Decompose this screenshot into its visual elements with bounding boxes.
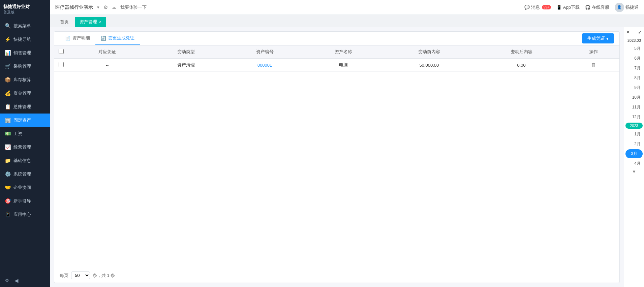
col-asset-no: 资产编号 — [225, 45, 304, 59]
cal-month-5[interactable]: 5月 — [624, 44, 644, 54]
col-after: 变动后内容 — [475, 45, 568, 59]
cal-month-9[interactable]: 9月 — [624, 83, 644, 93]
app-center-icon: 📱 — [5, 212, 11, 218]
asset-detail-icon: 📄 — [65, 36, 70, 41]
sidebar-item-ledger[interactable]: 📋 总账管理 — [0, 100, 50, 114]
calendar-current-year[interactable]: 2023 — [625, 123, 643, 129]
collapse-icon[interactable]: ◀ — [14, 278, 19, 284]
online-service-label: 在线客服 — [592, 4, 609, 10]
cal-month-6[interactable]: 6月 — [624, 54, 644, 63]
app-download-action[interactable]: 📱 App下载 — [556, 4, 580, 10]
online-service-action[interactable]: 🎧 在线客服 — [585, 4, 609, 10]
sidebar-item-fixed-assets[interactable]: 🏢 固定资产 — [0, 114, 50, 127]
generate-dropdown-icon: ▾ — [606, 36, 609, 41]
row-checkbox-cell — [54, 59, 68, 72]
sidebar-label-system: 系统管理 — [13, 171, 31, 177]
sidebar-item-collab[interactable]: 🤝 企业协同 — [0, 181, 50, 194]
change-voucher-icon: 🔄 — [101, 36, 106, 41]
app-download-label: App下载 — [563, 4, 580, 10]
tab-close-icon[interactable]: × — [99, 20, 101, 24]
row-change-type: 资产清理 — [147, 59, 225, 72]
sidebar-item-funds[interactable]: 💰 资金管理 — [0, 87, 50, 100]
sidebar-label-app-center: 应用中心 — [13, 212, 31, 218]
calendar-panel: ✕ ⤢ 2023.03 5月 6月 7月 8月 9月 10月 11月 12月 2… — [624, 27, 644, 287]
calendar-scroll[interactable]: 2023.03 5月 6月 7月 8月 9月 10月 11月 12月 2023 … — [624, 37, 644, 287]
app-download-icon: 📱 — [556, 5, 562, 10]
month-10-label: 10月 — [632, 95, 641, 100]
settings-icon[interactable]: ⚙ — [5, 278, 9, 284]
logo-text: 畅捷通好业财 — [3, 4, 47, 10]
main-content: 医疗器械行业演示 ▾ ⚙ ☁ 我要体验一下 💬 消息 99+ 📱 App下载 🎧… — [50, 0, 644, 287]
col-voucher: 对应凭证 — [68, 45, 147, 59]
sub-tab-change-voucher[interactable]: 🔄 变更生成凭证 — [95, 32, 140, 45]
experience-icon: ☁ — [112, 5, 116, 10]
cal-month-11[interactable]: 11月 — [624, 102, 644, 112]
logo-sub: 普及版 — [3, 10, 47, 15]
cal-month-7[interactable]: 7月 — [624, 63, 644, 73]
sidebar-item-basic-info[interactable]: 📁 基础信息 — [0, 154, 50, 167]
sales-icon: 📊 — [5, 50, 11, 56]
calendar-nav-down[interactable]: ▼ — [624, 168, 644, 175]
col-before: 变动前内容 — [383, 45, 475, 59]
sidebar-item-system[interactable]: ⚙️ 系统管理 — [0, 167, 50, 181]
guide-icon: 🎯 — [5, 198, 11, 204]
row-checkbox[interactable] — [59, 62, 64, 67]
col-op: 操作 — [568, 45, 619, 59]
sidebar-item-quick-nav[interactable]: ⚡ 快捷导航 — [0, 33, 50, 46]
messages-action[interactable]: 💬 消息 99+ — [524, 4, 551, 10]
month-9-label: 9月 — [634, 85, 641, 91]
messages-badge: 99+ — [542, 5, 551, 9]
experience-text[interactable]: 我要体验一下 — [120, 4, 147, 10]
settings-gear-icon[interactable]: ⚙ — [103, 4, 108, 10]
sidebar-label-fixed-assets: 固定资产 — [13, 117, 31, 123]
cal-month-10[interactable]: 10月 — [624, 93, 644, 102]
flash-icon: ⚡ — [5, 36, 11, 42]
cal-month-1[interactable]: 1月 — [624, 129, 644, 139]
sidebar-item-app-center[interactable]: 📱 应用中心 — [0, 208, 50, 221]
sidebar-label-quick-nav: 快捷导航 — [13, 36, 31, 42]
generate-label: 生成凭证 — [587, 35, 605, 41]
sidebar-label-payroll: 工资 — [13, 131, 22, 137]
row-op: 🗑 — [568, 59, 619, 72]
sidebar-item-inventory[interactable]: 📦 库存核算 — [0, 73, 50, 87]
month-11-label: 11月 — [632, 104, 641, 110]
sub-tab-asset-detail[interactable]: 📄 资产明细 — [60, 32, 95, 45]
cal-month-12[interactable]: 12月 — [624, 112, 644, 122]
topbar-actions: 💬 消息 99+ 📱 App下载 🎧 在线客服 👤 畅捷通 — [524, 3, 639, 12]
sidebar-label-ledger: 总账管理 — [13, 104, 31, 110]
sidebar-label-operations: 经营管理 — [13, 144, 31, 150]
tab-asset-management[interactable]: 资产管理 × — [75, 17, 106, 27]
user-profile-action[interactable]: 👤 畅捷通 — [615, 3, 639, 12]
generate-voucher-button[interactable]: 生成凭证 ▾ — [582, 33, 614, 43]
system-icon: ⚙️ — [5, 171, 11, 177]
sidebar-item-payroll[interactable]: 💵 工资 — [0, 127, 50, 140]
sidebar-item-search[interactable]: 🔍 搜索菜单 — [0, 19, 50, 33]
cal-month-2[interactable]: 2月 — [624, 139, 644, 149]
delete-icon[interactable]: 🗑 — [591, 62, 596, 68]
cal-month-3-current[interactable]: 3月 — [625, 149, 643, 158]
sidebar-label-purchase: 采购管理 — [13, 63, 31, 69]
dropdown-icon[interactable]: ▾ — [97, 5, 99, 10]
select-all-checkbox[interactable] — [59, 49, 64, 54]
col-asset-name: 资产名称 — [304, 45, 383, 59]
sidebar-label-collab: 企业协同 — [13, 185, 31, 191]
row-after: 0.00 — [475, 59, 568, 72]
tabs-nav: 首页 资产管理 × — [50, 15, 644, 27]
month-2-label: 2月 — [634, 141, 641, 147]
sidebar-label-guide: 新手引导 — [13, 198, 31, 204]
tab-home[interactable]: 首页 — [55, 17, 73, 27]
close-calendar-icon[interactable]: ✕ — [626, 29, 630, 35]
sidebar-item-operations[interactable]: 📈 经营管理 — [0, 140, 50, 154]
per-page-select[interactable]: 10 20 50 100 — [71, 272, 90, 279]
sidebar-item-purchase[interactable]: 🛒 采购管理 — [0, 60, 50, 73]
sidebar-item-guide[interactable]: 🎯 新手引导 — [0, 194, 50, 208]
cal-month-8[interactable]: 8月 — [624, 73, 644, 83]
change-voucher-label: 变更生成凭证 — [108, 35, 134, 41]
table-footer: 每页 10 20 50 100 条，共 1 条 — [54, 268, 619, 283]
cal-month-4[interactable]: 4月 — [624, 159, 644, 168]
sidebar-logo: 畅捷通好业财 普及版 — [0, 0, 50, 19]
expand-calendar-icon[interactable]: ⤢ — [638, 29, 642, 35]
row-voucher: -- — [68, 59, 147, 72]
sidebar-item-sales[interactable]: 📊 销售管理 — [0, 46, 50, 60]
messages-icon: 💬 — [524, 5, 530, 10]
